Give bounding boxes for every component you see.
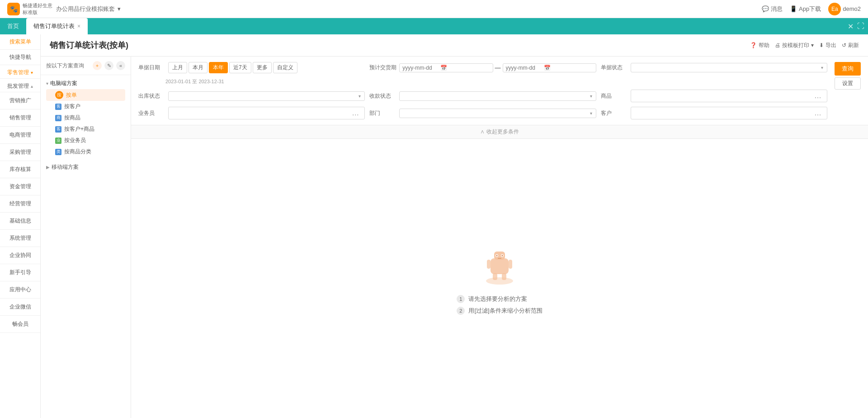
message-btn[interactable]: 💬 消息 xyxy=(762,5,783,13)
logo-icon: 🐾 xyxy=(7,3,20,15)
scheme-item-by-order[interactable]: 按 按单 xyxy=(46,89,125,101)
scheme-item-by-salesperson[interactable]: 业 按业务员 xyxy=(46,135,125,146)
shipment-select[interactable]: ▾ xyxy=(168,91,365,101)
print-btn[interactable]: 🖨 按模板打印 ▾ xyxy=(775,42,814,49)
sidebar: 搜索菜单 快捷导航 零售管理 ▾ 批发管理 ▴ 营销推广 销售管理 电商管理 采… xyxy=(0,34,41,418)
scheme-item-by-category[interactable]: 类 按商品分类 xyxy=(46,146,125,157)
scheme-icon-by-order: 按 xyxy=(55,91,63,99)
this-year-btn[interactable]: 本年 xyxy=(209,62,228,73)
page-actions: ❓ 帮助 🖨 按模板打印 ▾ ⬇ 导出 ↺ 刷新 xyxy=(750,42,859,55)
svg-rect-11 xyxy=(502,273,506,280)
sidebar-item-newbie[interactable]: 新手引导 xyxy=(0,264,40,281)
sidebar-item-system[interactable]: 系统管理 xyxy=(0,230,40,247)
sidebar-item-ecommerce[interactable]: 电商管理 xyxy=(0,127,40,144)
add-scheme-btn[interactable]: + xyxy=(93,61,102,70)
payment-select-arrow: ▾ xyxy=(590,94,592,99)
empty-state: 1 请先选择要分析的方案 2 用[过滤]条件来缩小分析范围 xyxy=(131,139,868,418)
department-select[interactable]: ▾ xyxy=(399,109,596,118)
empty-hint-1: 1 请先选择要分析的方案 xyxy=(457,295,542,303)
tab-home[interactable]: 首页 xyxy=(0,18,26,34)
sidebar-item-quick[interactable]: 快捷导航 xyxy=(0,50,40,65)
window-maximize-icon[interactable]: ⛶ xyxy=(857,22,864,30)
collapse-bar[interactable]: ∧ 收起更多条件 xyxy=(131,125,868,139)
app-icon: 📱 xyxy=(790,5,797,12)
svg-rect-8 xyxy=(487,260,491,269)
sidebar-item-purchase[interactable]: 采购管理 xyxy=(0,144,40,161)
expected-date-from-input[interactable] xyxy=(402,65,439,71)
product-input[interactable]: … xyxy=(631,90,827,102)
page-title: 销售订单统计表(按单) xyxy=(50,40,128,56)
sidebar-item-finance[interactable]: 资金管理 xyxy=(0,178,40,195)
sidebar-item-basic[interactable]: 基础信息 xyxy=(0,213,40,230)
customer-input[interactable]: … xyxy=(631,107,827,119)
customer-more-icon[interactable]: … xyxy=(812,109,823,117)
sidebar-item-wechat[interactable]: 企业微信 xyxy=(0,299,40,316)
edit-scheme-btn[interactable]: ✎ xyxy=(104,61,113,70)
filter-section: 单据日期 上月 本月 本年 近7天 更多 自定义 xyxy=(131,57,868,125)
more-btn[interactable]: 更多 xyxy=(253,62,272,73)
status-select[interactable]: ▾ xyxy=(631,63,827,72)
export-btn[interactable]: ⬇ 导出 xyxy=(819,42,836,49)
sidebar-item-enterprise[interactable]: 企业协同 xyxy=(0,247,40,264)
user-area[interactable]: Ea demo2 xyxy=(828,3,861,15)
collapse-panel-btn[interactable]: « xyxy=(116,61,125,70)
scheme-item-by-customer[interactable]: 客 按客户 xyxy=(46,101,125,112)
tabbar-actions: ✕ ⛶ xyxy=(848,22,868,31)
topbar-left: 🐾 畅捷通好生意 标准版 办公用品行业模拟账套 ▾ xyxy=(7,2,121,15)
empty-illustration xyxy=(477,242,522,288)
left-panel: 按以下方案查询 + ✎ « ▾ 电脑端方案 按 按单 xyxy=(41,57,131,418)
date-filter-cell: 单据日期 上月 本月 本年 近7天 更多 自定义 xyxy=(138,62,365,73)
topbar: 🐾 畅捷通好生意 标准版 办公用品行业模拟账套 ▾ 💬 消息 📱 App下载 E… xyxy=(0,0,868,18)
sidebar-item-apps[interactable]: 应用中心 xyxy=(0,281,40,299)
sidebar-item-search[interactable]: 搜索菜单 xyxy=(0,34,40,50)
sidebar-item-inventory[interactable]: 库存核算 xyxy=(0,161,40,178)
scheme-item-by-customer-product[interactable]: 客 按客户+商品 xyxy=(46,124,125,135)
refresh-icon: ↺ xyxy=(842,42,846,48)
help-btn[interactable]: ❓ 帮助 xyxy=(750,42,769,49)
expected-date-from[interactable]: 📅 xyxy=(399,63,493,72)
tabbar: 首页 销售订单统计表 × ✕ ⛶ xyxy=(0,18,868,34)
svg-point-6 xyxy=(502,255,503,256)
svg-rect-7 xyxy=(498,258,501,259)
tab-sales-order[interactable]: 销售订单统计表 × xyxy=(26,18,88,34)
refresh-btn[interactable]: ↺ 刷新 xyxy=(842,42,859,49)
print-dropdown-icon: ▾ xyxy=(811,42,814,48)
logo-text: 畅捷通好生意 标准版 xyxy=(23,2,52,15)
this-month-btn[interactable]: 本月 xyxy=(189,62,208,73)
sidebar-item-wholesale[interactable]: 批发管理 ▴ xyxy=(0,79,40,92)
product-more-icon[interactable]: … xyxy=(812,92,823,100)
customer-cell: 客户 … xyxy=(601,107,827,119)
payment-cell: 收款状态 ▾ xyxy=(369,90,596,102)
calendar-to-icon[interactable]: 📅 xyxy=(544,65,551,71)
sidebar-item-marketing[interactable]: 营销推广 xyxy=(0,92,40,109)
calendar-from-icon[interactable]: 📅 xyxy=(440,65,447,71)
scheme-icon-by-category: 类 xyxy=(55,149,61,155)
sidebar-item-retail[interactable]: 零售管理 ▾ xyxy=(0,65,40,79)
sidebar-item-members[interactable]: 畅会员 xyxy=(0,316,40,333)
desktop-group-header[interactable]: ▾ 电脑端方案 xyxy=(46,78,125,89)
company-dropdown-icon[interactable]: ▾ xyxy=(118,5,121,12)
last7-btn[interactable]: 近7天 xyxy=(229,62,251,73)
scheme-item-by-product[interactable]: 商 按商品 xyxy=(46,112,125,124)
company-selector[interactable]: 办公用品行业模拟账套 ▾ xyxy=(56,5,121,13)
payment-select[interactable]: ▾ xyxy=(399,91,596,101)
department-select-arrow: ▾ xyxy=(590,111,592,116)
last-month-btn[interactable]: 上月 xyxy=(168,62,187,73)
window-close-icon[interactable]: ✕ xyxy=(848,22,854,31)
scheme-icon-by-product: 商 xyxy=(55,115,61,121)
salesperson-more-icon[interactable]: … xyxy=(350,109,361,117)
status-cell: 单据状态 ▾ xyxy=(601,62,827,73)
sidebar-item-sales[interactable]: 销售管理 xyxy=(0,109,40,127)
expected-date-to-input[interactable] xyxy=(506,65,542,71)
tab-close-icon[interactable]: × xyxy=(77,23,80,29)
expected-date-to[interactable]: 📅 xyxy=(503,63,596,72)
custom-btn[interactable]: 自定义 xyxy=(273,62,297,73)
print-icon: 🖨 xyxy=(775,42,780,48)
salesperson-input[interactable]: … xyxy=(168,107,365,119)
app-download-btn[interactable]: 📱 App下载 xyxy=(790,5,821,13)
department-cell: 部门 ▾ xyxy=(369,107,596,119)
setting-btn[interactable]: 设置 xyxy=(835,77,861,90)
sidebar-item-operations[interactable]: 经营管理 xyxy=(0,195,40,213)
query-btn[interactable]: 查询 xyxy=(835,62,861,76)
mobile-group-header[interactable]: ▶ 移动端方案 xyxy=(46,162,127,172)
